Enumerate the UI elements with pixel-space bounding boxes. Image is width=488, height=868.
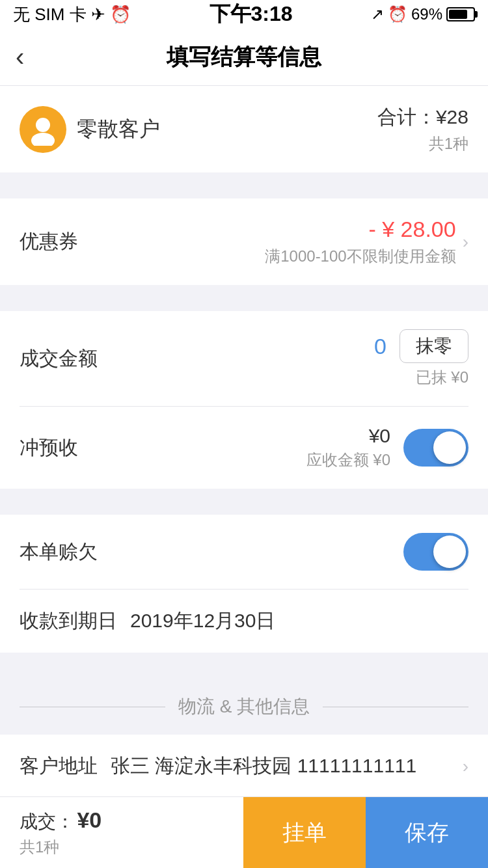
- address-row[interactable]: 客户地址 张三 海淀永丰科技园 11111111111 ›: [0, 735, 488, 798]
- prepayment-label: 冲预收: [20, 435, 78, 461]
- debt-toggle-knob: [433, 536, 466, 568]
- logistics-line-right: [323, 707, 468, 707]
- status-time: 下午3:18: [210, 0, 293, 29]
- bottom-total-line: 成交： ¥0: [20, 807, 224, 834]
- prepayment-toggle[interactable]: [403, 429, 468, 467]
- back-button[interactable]: ‹: [16, 42, 24, 72]
- sep4: [0, 666, 488, 679]
- sep1: [0, 185, 488, 198]
- round-zero-button[interactable]: 抹零: [400, 329, 468, 363]
- debt-row: 本单赊欠: [0, 515, 488, 589]
- prepayment-sub: 应收金额 ¥0: [306, 450, 390, 470]
- total-count: 共1种: [377, 133, 468, 154]
- transaction-value: 0: [374, 334, 386, 359]
- address-chevron-icon: ›: [463, 756, 468, 777]
- transaction-label: 成交金额: [20, 346, 98, 372]
- customer-left: 零散客户: [20, 106, 160, 153]
- debt-label: 本单赊欠: [20, 539, 98, 565]
- bottom-total-value: ¥0: [77, 807, 102, 832]
- customer-row: 零散客户 合计：¥28 共1种: [0, 86, 488, 172]
- status-battery: ↗ ⏰ 69%: [371, 5, 475, 23]
- location-icon: ↗: [371, 5, 384, 23]
- coupon-amount: - ¥ 28.00: [265, 217, 455, 242]
- sep2: [0, 298, 488, 311]
- due-date-value: 2019年12月30日: [130, 608, 275, 634]
- logistics-title: 物流 & 其他信息: [165, 694, 323, 719]
- alarm-icon: ⏰: [388, 5, 407, 23]
- customer-name: 零散客户: [77, 115, 160, 144]
- status-signal: 无 SIM 卡 ✈ ⏰: [13, 3, 131, 26]
- prepayment-amounts: ¥0 应收金额 ¥0: [306, 425, 390, 470]
- address-value: 张三 海淀永丰科技园 11111111111: [111, 753, 463, 780]
- logistics-header: 物流 & 其他信息: [0, 679, 488, 735]
- address-label: 客户地址: [20, 753, 98, 780]
- hang-single-button[interactable]: 挂单: [243, 797, 366, 869]
- bottom-info: 成交： ¥0 共1种: [0, 807, 243, 858]
- transaction-right: 0 抹零 已抹 ¥0: [374, 329, 468, 388]
- coupon-label: 优惠券: [20, 228, 78, 255]
- toggle-knob: [433, 431, 466, 464]
- debt-card: 本单赊欠 收款到期日 2019年12月30日: [0, 515, 488, 653]
- due-label: 收款到期日: [20, 608, 117, 634]
- prepayment-row: 冲预收 ¥0 应收金额 ¥0: [0, 407, 488, 489]
- logistics-line-left: [20, 707, 165, 707]
- coupon-card[interactable]: 优惠券 - ¥ 28.00 满1000-100不限制使用金额 ›: [0, 198, 488, 285]
- svg-point-0: [36, 118, 50, 132]
- coupon-row[interactable]: 优惠券 - ¥ 28.00 满1000-100不限制使用金额 ›: [0, 198, 488, 285]
- customer-card: 零散客户 合计：¥28 共1种: [0, 86, 488, 172]
- save-button[interactable]: 保存: [366, 797, 488, 869]
- svg-point-1: [31, 133, 55, 146]
- avatar-icon: [27, 113, 59, 146]
- transaction-sub: 已抹 ¥0: [416, 367, 468, 388]
- customer-right: 合计：¥28 共1种: [377, 104, 468, 154]
- bottom-total-label: 成交：: [20, 811, 74, 832]
- battery-icon: [446, 7, 475, 21]
- bottom-bar: 成交： ¥0 共1种 挂单 保存: [0, 796, 488, 868]
- transaction-value-row: 0 抹零: [374, 329, 468, 363]
- total-amount: 合计：¥28: [377, 104, 468, 131]
- prepayment-amount: ¥0: [306, 425, 390, 447]
- due-date-row[interactable]: 收款到期日 2019年12月30日: [0, 590, 488, 653]
- nav-bar: ‹ 填写结算等信息: [0, 29, 488, 86]
- page-title: 填写结算等信息: [167, 42, 321, 72]
- chevron-right-icon: ›: [463, 232, 468, 252]
- avatar: [20, 106, 66, 153]
- address-card[interactable]: 客户地址 张三 海淀永丰科技园 11111111111 ›: [0, 735, 488, 798]
- prepayment-right: ¥0 应收金额 ¥0: [306, 425, 468, 470]
- status-bar: 无 SIM 卡 ✈ ⏰ 下午3:18 ↗ ⏰ 69%: [0, 0, 488, 29]
- bottom-count: 共1种: [20, 837, 224, 858]
- coupon-right: - ¥ 28.00 满1000-100不限制使用金额 ›: [265, 217, 468, 267]
- content: 零散客户 合计：¥28 共1种 优惠券 - ¥ 28.00 满1000-100不…: [0, 86, 488, 868]
- transaction-card: 成交金额 0 抹零 已抹 ¥0 冲预收 ¥0 应收金额 ¥0: [0, 311, 488, 489]
- battery-percent: 69%: [411, 5, 442, 23]
- sep3: [0, 502, 488, 515]
- debt-toggle[interactable]: [403, 533, 468, 571]
- transaction-amount-row: 成交金额 0 抹零 已抹 ¥0: [0, 311, 488, 406]
- coupon-description: 满1000-100不限制使用金额: [265, 246, 455, 267]
